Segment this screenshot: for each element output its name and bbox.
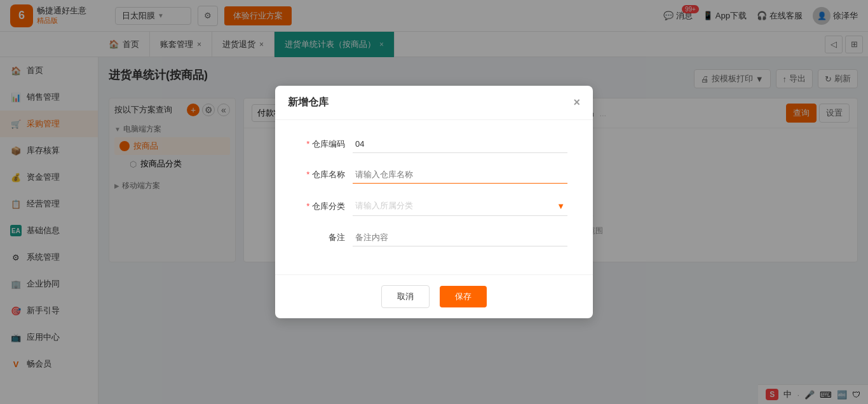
note-label: 备注: [301, 232, 345, 243]
code-label: 仓库编码: [301, 138, 345, 150]
modal-footer: 取消 保存: [275, 274, 593, 318]
save-button[interactable]: 保存: [440, 286, 487, 307]
category-placeholder: 请输入所属分类: [355, 200, 413, 212]
form-row-name: 仓库名称: [301, 166, 567, 184]
modal-body: 仓库编码 仓库名称 仓库分类 请输入所属分类 ▼ 备注: [275, 120, 593, 274]
modal-header: 新增仓库 ×: [275, 86, 593, 120]
category-label: 仓库分类: [301, 201, 345, 212]
modal-title: 新增仓库: [288, 96, 329, 109]
modal-close-button[interactable]: ×: [573, 96, 580, 109]
form-row-code: 仓库编码: [301, 135, 567, 153]
name-input[interactable]: [353, 166, 567, 184]
modal-new-warehouse: 新增仓库 × 仓库编码 仓库名称 仓库分类 请输入所属分类 ▼ 备注: [275, 86, 593, 318]
note-input[interactable]: [353, 229, 567, 246]
modal-overlay[interactable]: 新增仓库 × 仓库编码 仓库名称 仓库分类 请输入所属分类 ▼ 备注: [0, 0, 868, 404]
category-arrow-icon: ▼: [557, 201, 565, 211]
name-label: 仓库名称: [301, 169, 345, 180]
form-row-category: 仓库分类 请输入所属分类 ▼: [301, 196, 567, 216]
category-select[interactable]: 请输入所属分类 ▼: [353, 196, 567, 216]
form-row-note: 备注: [301, 229, 567, 246]
cancel-button[interactable]: 取消: [381, 285, 430, 308]
code-input[interactable]: [353, 135, 567, 153]
